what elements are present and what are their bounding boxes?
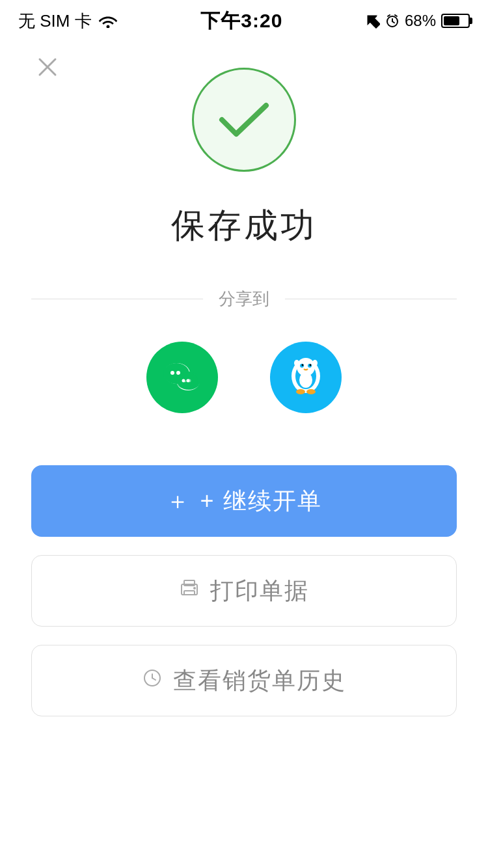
share-divider: 分享到	[0, 288, 488, 310]
svg-point-20	[182, 379, 185, 383]
close-button[interactable]	[31, 51, 64, 83]
location-icon	[366, 13, 380, 29]
qq-share-button[interactable]	[270, 342, 342, 413]
svg-line-40	[152, 678, 156, 680]
svg-line-5	[395, 15, 397, 16]
battery-percent: 68%	[405, 12, 436, 30]
svg-point-28	[310, 364, 312, 366]
no-sim-text: 无 SIM 卡	[18, 10, 92, 33]
divider-line-right	[285, 299, 457, 299]
svg-point-32	[294, 360, 299, 366]
print-icon	[179, 578, 200, 604]
checkmark-icon	[218, 100, 270, 139]
continue-button[interactable]: ＋ + 继续开单	[31, 465, 457, 537]
svg-point-30	[296, 389, 305, 394]
success-icon-circle	[192, 68, 296, 172]
svg-rect-36	[184, 591, 195, 595]
plus-icon: ＋	[166, 485, 189, 517]
history-icon	[142, 668, 163, 694]
svg-line-4	[388, 15, 390, 16]
svg-point-37	[193, 587, 196, 590]
action-buttons: ＋ + 继续开单 打印单据	[0, 465, 488, 716]
svg-point-31	[306, 389, 316, 394]
status-right: 68%	[366, 12, 470, 30]
svg-point-29	[299, 372, 312, 388]
continue-button-label: + 继续开单	[200, 485, 321, 517]
print-button[interactable]: 打印单据	[31, 555, 457, 627]
status-left: 无 SIM 卡	[18, 10, 118, 33]
wechat-share-button[interactable]	[146, 342, 218, 413]
svg-point-27	[302, 364, 304, 366]
print-button-label: 打印单据	[210, 575, 309, 607]
svg-line-3	[392, 21, 394, 23]
qq-icon	[286, 355, 325, 400]
svg-point-33	[312, 360, 318, 366]
close-icon	[36, 55, 59, 79]
history-button[interactable]: 查看销货单历史	[31, 645, 457, 716]
history-button-label: 查看销货单历史	[173, 665, 346, 697]
status-time: 下午3:20	[200, 8, 282, 34]
divider-line-left	[31, 299, 203, 299]
wechat-icon	[161, 359, 204, 396]
share-icons	[146, 342, 342, 413]
status-bar: 无 SIM 卡 下午3:20 68%	[0, 0, 488, 42]
svg-point-17	[170, 371, 174, 375]
battery-icon	[441, 14, 470, 28]
share-label: 分享到	[203, 288, 285, 310]
main-content: 保存成功 分享到	[0, 42, 488, 716]
success-title: 保存成功	[171, 203, 317, 249]
svg-point-21	[187, 379, 190, 383]
alarm-icon	[385, 14, 400, 28]
wifi-icon	[98, 14, 118, 28]
